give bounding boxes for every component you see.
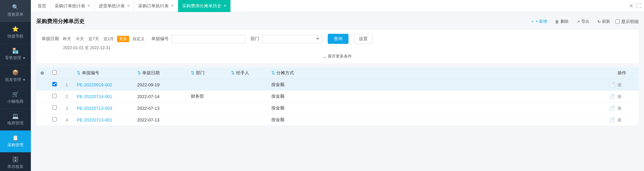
settings-button[interactable]: 设置 xyxy=(354,34,373,44)
table-header-row: ⚙ ⇅ 单据编号 ⇅ 单据日期 xyxy=(36,67,639,79)
row-billno-link[interactable]: PE-20220713-003 xyxy=(77,106,112,111)
row-billno-link[interactable]: PE-20220713-001 xyxy=(77,117,112,122)
row-checkbox[interactable] xyxy=(52,94,57,98)
store-icon: 🏪 xyxy=(3,48,28,54)
sidebar-item-wholesale[interactable]: 📦 批发管理 ▼ xyxy=(0,65,31,87)
row-checkbox-cell xyxy=(48,102,61,114)
detail-icon[interactable]: ⊞ xyxy=(618,105,622,111)
select-all-checkbox[interactable] xyxy=(52,70,57,75)
row-handler xyxy=(227,91,267,102)
tabs-bar: 首页 采购订单统计表 ✕ 进货单统计表 ✕ 采购订单执行表 ✕ 采购费用分摊单历… xyxy=(31,0,644,12)
row-settings-icon xyxy=(36,102,48,114)
table-area: ⚙ ⇅ 单据编号 ⇅ 单据日期 xyxy=(36,67,639,126)
tab-purchase-order-exec[interactable]: 采购订单执行表 ✕ xyxy=(134,0,178,12)
sidebar-item-quick-nav[interactable]: ⭐ 快捷导航 xyxy=(0,22,31,44)
col-action-header: 操作 xyxy=(605,67,639,79)
sidebar-item-mini-shop[interactable]: 🛒 小畅电商 xyxy=(0,87,31,109)
maximize-icon[interactable]: ⛶ xyxy=(636,3,641,9)
dept-select[interactable]: 财务部 xyxy=(262,35,322,43)
show-cols-checkbox[interactable] xyxy=(615,19,620,24)
detail-icon[interactable]: ⊞ xyxy=(618,94,622,99)
storage-icon: 🗄️ xyxy=(3,156,28,163)
sidebar-item-purchase[interactable]: 📋 采购管理 xyxy=(0,131,31,152)
export-icon: ↗ xyxy=(577,19,580,24)
row-billno-link[interactable]: PE-20220714-001 xyxy=(77,94,112,99)
expand-more-button[interactable]: ⌄ 展开更多条件 xyxy=(323,54,352,59)
close-tab-icon[interactable]: ✕ xyxy=(629,3,633,9)
refresh-button[interactable]: ↻ 刷新 xyxy=(595,17,613,26)
expand-more-area: ⌄ 展开更多条件 xyxy=(42,54,633,59)
row-num: 2 xyxy=(61,91,73,102)
row-dept xyxy=(187,79,227,91)
detail-icon[interactable]: ⊞ xyxy=(618,82,622,87)
add-button[interactable]: ＋ + 新增 xyxy=(528,17,550,26)
edit-icon[interactable]: 📄 xyxy=(609,82,615,87)
data-table: ⚙ ⇅ 单据编号 ⇅ 单据日期 xyxy=(36,67,639,126)
computer-icon: 💻 xyxy=(3,113,28,119)
billno-input[interactable] xyxy=(171,35,245,43)
sidebar-item-retail[interactable]: 🏪 零售管理 ▼ xyxy=(0,44,31,65)
row-method: 按金额 xyxy=(267,91,605,102)
row-num: 1 xyxy=(61,79,73,91)
row-settings-icon xyxy=(36,91,48,102)
search-icon: 🔍 xyxy=(3,4,28,10)
row-handler xyxy=(227,79,267,91)
clipboard-icon: 📋 xyxy=(3,135,28,141)
shortcut-custom[interactable]: 自定义 xyxy=(131,36,146,42)
row-date: 2022-09-19 xyxy=(133,79,187,91)
row-billno: PE-20220713-001 xyxy=(73,114,133,126)
sort-icon-dept[interactable]: ⇅ xyxy=(191,70,195,75)
row-checkbox[interactable] xyxy=(52,105,57,110)
tab-close-purchase-cost-history[interactable]: ✕ xyxy=(223,4,226,8)
row-billno-link[interactable]: PE-20220919-002 xyxy=(77,82,112,87)
table-row: 4 PE-20220713-001 2022-07-13 按金额 📄 ⊞ xyxy=(36,114,639,126)
row-checkbox-cell xyxy=(48,114,61,126)
main-area: 首页 采购订单统计表 ✕ 进货单统计表 ✕ 采购订单执行表 ✕ 采购费用分摊单历… xyxy=(31,0,644,171)
delete-button[interactable]: 🗑 删除 xyxy=(552,17,571,26)
tab-close-purchase-goods-summary[interactable]: ✕ xyxy=(127,4,130,8)
shortcut-more[interactable]: 更多 xyxy=(117,36,129,42)
row-settings-icon xyxy=(36,114,48,126)
row-num: 4 xyxy=(61,114,73,126)
sidebar-item-search[interactable]: 🔍 搜索菜单 xyxy=(0,0,31,22)
shortcut-7days[interactable]: 近7天 xyxy=(87,36,100,42)
sort-icon-method[interactable]: ⇅ xyxy=(271,70,275,75)
shortcut-today[interactable]: 今天 xyxy=(74,36,85,42)
col-checkbox-header xyxy=(48,67,61,79)
shortcut-1month[interactable]: 近1月 xyxy=(102,36,115,42)
tab-purchase-order-summary[interactable]: 采购订单统计表 ✕ xyxy=(51,0,95,12)
row-checkbox[interactable] xyxy=(52,117,57,121)
edit-icon[interactable]: 📄 xyxy=(609,94,615,99)
row-date: 2022-07-14 xyxy=(133,91,187,102)
page-header: 采购费用分摊单历史 ＋ + 新增 🗑 删除 ↗ 导出 ↻ 刷新 xyxy=(36,17,639,26)
date-shortcuts: 昨天 今天 近7天 近1月 更多 自定义 xyxy=(62,36,146,42)
sidebar: 🔍 搜索菜单 ⭐ 快捷导航 🏪 零售管理 ▼ 📦 批发管理 ▼ 🛒 小畅电商 💻… xyxy=(0,0,31,171)
sort-icon-handler[interactable]: ⇅ xyxy=(231,70,235,75)
sidebar-item-inventory[interactable]: 🗄️ 库存核算 xyxy=(0,152,31,171)
row-actions: 📄 ⊞ xyxy=(605,114,639,126)
sidebar-item-ecommerce[interactable]: 💻 电商管理 xyxy=(0,109,31,131)
row-date: 2022-07-13 xyxy=(133,102,187,114)
tab-home[interactable]: 首页 xyxy=(34,0,51,12)
sort-icon-billno[interactable]: ⇅ xyxy=(77,70,80,75)
query-button[interactable]: 查询 xyxy=(328,34,348,44)
row-checkbox[interactable] xyxy=(52,82,57,86)
shortcut-yesterday[interactable]: 昨天 xyxy=(62,36,72,42)
tab-close-purchase-order-exec[interactable]: ✕ xyxy=(171,4,174,8)
col-settings[interactable]: ⚙ xyxy=(36,67,48,79)
row-dept: 财务部 xyxy=(187,91,227,102)
col-num-header xyxy=(61,67,73,79)
cart-icon: 🛒 xyxy=(3,91,28,97)
edit-icon[interactable]: 📄 xyxy=(609,117,615,122)
row-num: 3 xyxy=(61,102,73,114)
tab-purchase-goods-summary[interactable]: 进货单统计表 ✕ xyxy=(95,0,134,12)
tab-purchase-cost-history[interactable]: 采购费用分摊单历史 ✕ xyxy=(178,0,231,12)
row-actions: 📄 ⊞ xyxy=(605,91,639,102)
table-row: 1 PE-20220919-002 2022-09-19 按金额 📄 ⊞ xyxy=(36,79,639,91)
edit-icon[interactable]: 📄 xyxy=(609,105,615,111)
dept-label: 部门 xyxy=(251,36,259,42)
export-button[interactable]: ↗ 导出 xyxy=(574,17,592,26)
tab-close-purchase-order-summary[interactable]: ✕ xyxy=(87,4,90,8)
detail-icon[interactable]: ⊞ xyxy=(618,117,622,122)
sort-icon-date[interactable]: ⇅ xyxy=(137,70,141,75)
